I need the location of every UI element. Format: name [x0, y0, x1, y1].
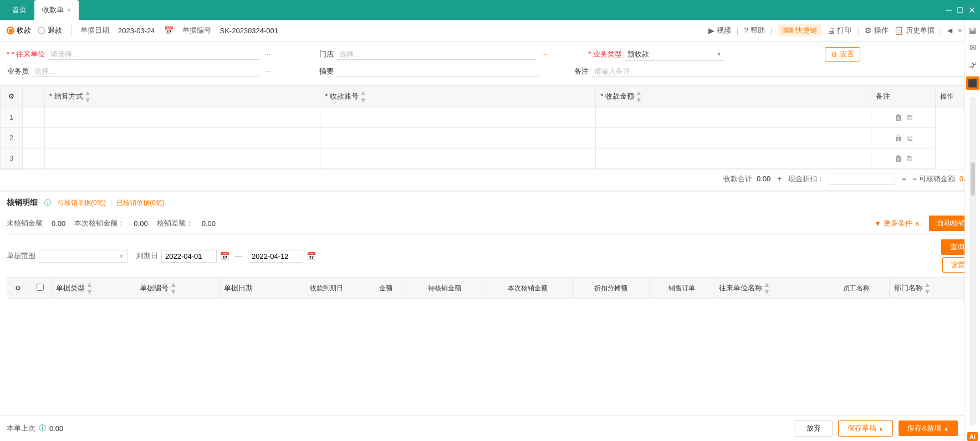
- row-2-num: 2: [1, 128, 23, 148]
- tab-close-icon[interactable]: ×: [67, 6, 71, 14]
- row-3-notes-input[interactable]: [596, 148, 871, 168]
- row-2-copy-icon[interactable]: ⧉: [907, 134, 912, 143]
- counterpart-input[interactable]: [48, 49, 259, 60]
- shortcut-action[interactable]: ⌨ 快捷键: [778, 24, 821, 37]
- row-2-delete-icon[interactable]: 🗑: [895, 134, 902, 142]
- current-verify-label: 本次核销金额：: [74, 218, 125, 228]
- business-type-select[interactable]: 预收款 ▼: [625, 48, 724, 61]
- row-3-delete-icon[interactable]: 🗑: [895, 154, 902, 163]
- row-3-amount-input[interactable]: [320, 148, 595, 168]
- table-settings-th[interactable]: ⚙: [1, 86, 23, 107]
- save-draft-button[interactable]: 保存草稿 ▲: [838, 420, 894, 437]
- receipt-table: ⚙ * 结算方式 ▲▼ * 收款账号 ▲▼: [0, 85, 980, 169]
- store-more-icon[interactable]: ···: [540, 50, 550, 58]
- row-3-account[interactable]: [45, 148, 320, 169]
- form-row-1: * * 往来单位 ··· 门店 ··· * 业务类型 预收款 ▼: [7, 47, 973, 61]
- counterpart-name-th: 往来单位名称▲▼: [714, 278, 824, 299]
- summary-input[interactable]: [337, 66, 539, 77]
- help-action[interactable]: ? 帮助: [744, 25, 765, 35]
- select-all-checkbox[interactable]: [37, 284, 44, 291]
- tab-receipt[interactable]: 收款单 ×: [34, 0, 79, 20]
- salesperson-more-icon[interactable]: ···: [263, 68, 273, 75]
- settings-button[interactable]: ⚙ 设置: [825, 47, 860, 61]
- calendar-icon[interactable]: 📅: [164, 26, 173, 35]
- row-1-notes-input[interactable]: [596, 107, 871, 127]
- row-3-copy-icon[interactable]: ⧉: [907, 154, 912, 163]
- row-3-notes[interactable]: [596, 148, 871, 169]
- sidebar-table-icon[interactable]: ▦: [966, 23, 979, 37]
- window-min-icon[interactable]: ─: [946, 5, 952, 15]
- tab-home[interactable]: 首页: [4, 0, 34, 20]
- window-close-icon[interactable]: ✕: [968, 5, 976, 16]
- counterpart-more-icon[interactable]: ···: [263, 50, 273, 58]
- salesperson-input[interactable]: [32, 66, 259, 77]
- total-label: 收款合计: [723, 174, 752, 184]
- calendar-end-icon[interactable]: 📅: [307, 252, 316, 260]
- notes-th: 备注: [871, 86, 936, 107]
- dept-th: 部门名称▲▼: [889, 278, 973, 299]
- doc-date-th: 单据日期: [219, 278, 288, 299]
- row-2-account[interactable]: [45, 128, 320, 148]
- row-1-notes[interactable]: [596, 107, 871, 128]
- gear-icon: ⚙: [831, 50, 838, 59]
- row-1-settlement-input[interactable]: [23, 107, 44, 127]
- row-1-account-input[interactable]: [45, 107, 320, 127]
- employee-th: 员工名称: [824, 278, 889, 299]
- row-1-copy-icon[interactable]: ⧉: [907, 113, 912, 122]
- operation-action[interactable]: ⚙ 操作: [865, 25, 889, 35]
- row-3-settlement-input[interactable]: [23, 148, 44, 168]
- row-3-amount[interactable]: [320, 148, 596, 169]
- due-date-start-input[interactable]: [161, 250, 217, 263]
- row-1-delete-icon[interactable]: 🗑: [895, 113, 902, 122]
- row-1-amount[interactable]: [320, 107, 596, 128]
- list-view[interactable]: ≡: [958, 27, 962, 34]
- this-order-value: 0.00: [49, 424, 63, 433]
- prev-record[interactable]: ◀: [947, 27, 952, 34]
- range-filter: 单据范围 ▼: [7, 250, 127, 263]
- notes-input[interactable]: [592, 66, 973, 77]
- sidebar-camera-icon[interactable]: ⬛: [966, 76, 979, 90]
- row-1-amount-input[interactable]: [320, 107, 595, 127]
- row-2-amount[interactable]: [320, 128, 596, 148]
- ai-badge[interactable]: Ai: [967, 432, 978, 441]
- row-2-notes[interactable]: [596, 128, 871, 148]
- abandon-button[interactable]: 放弃: [795, 420, 833, 437]
- store-input[interactable]: [337, 49, 537, 60]
- row-2-amount-input[interactable]: [320, 128, 595, 148]
- doc-number-th: 单据编号▲▼: [135, 278, 219, 299]
- salesperson-field: 业务员 ···: [7, 66, 273, 77]
- verify-info-icon[interactable]: ⓘ: [44, 198, 51, 208]
- verify-checkbox-th[interactable]: [29, 278, 52, 299]
- row-1-account[interactable]: [45, 107, 320, 128]
- refund-radio[interactable]: 退款: [38, 25, 62, 35]
- row-2-account-input[interactable]: [45, 128, 320, 148]
- range-select[interactable]: [39, 250, 127, 263]
- verify-gear-th[interactable]: ⚙: [7, 278, 29, 299]
- right-sidebar: ▦ ✉ 🖇 ⬛ Ai: [964, 20, 980, 441]
- calendar-start-icon[interactable]: 📅: [220, 252, 229, 260]
- store-label: 门店: [317, 49, 334, 59]
- row-3-settlement[interactable]: [23, 148, 45, 169]
- main-content: 收款 退款 单据日期 2023-03-24 📅 单据编号 SK-20230324…: [0, 20, 980, 441]
- row-2-notes-input[interactable]: [596, 128, 871, 148]
- receipt-radio[interactable]: 收款: [7, 25, 31, 35]
- this-order-info-icon[interactable]: ⓘ: [39, 423, 46, 433]
- completed-tab[interactable]: 已核销单据(0笔): [116, 198, 165, 208]
- row-2-settlement[interactable]: [23, 128, 45, 148]
- print-action[interactable]: 🖨 打印: [827, 25, 851, 35]
- row-1-settlement[interactable]: [23, 107, 45, 128]
- counterpart-field: * * 往来单位 ···: [7, 49, 273, 60]
- row-3-account-input[interactable]: [45, 148, 320, 168]
- save-new-button[interactable]: 保存&新增 ▲: [899, 421, 958, 436]
- pending-tab[interactable]: 待核销单据(0笔): [58, 198, 106, 208]
- sidebar-email-icon[interactable]: ✉: [966, 41, 979, 54]
- sidebar-clip-icon[interactable]: 🖇: [966, 59, 979, 72]
- row-2-settlement-input[interactable]: [23, 128, 44, 148]
- verify-table: ⚙ 单据类型▲▼ 单据编号▲▼ 单据日期 收款到期日 金额 待: [7, 277, 973, 299]
- video-action[interactable]: ▶ 视频: [708, 25, 731, 35]
- history-action[interactable]: 📋 历史单据: [894, 25, 935, 35]
- more-conditions[interactable]: ▼ 更多条件 ∧: [874, 218, 920, 228]
- window-max-icon[interactable]: □: [957, 5, 963, 15]
- discount-input[interactable]: [829, 173, 895, 184]
- due-date-end-input[interactable]: [248, 250, 303, 263]
